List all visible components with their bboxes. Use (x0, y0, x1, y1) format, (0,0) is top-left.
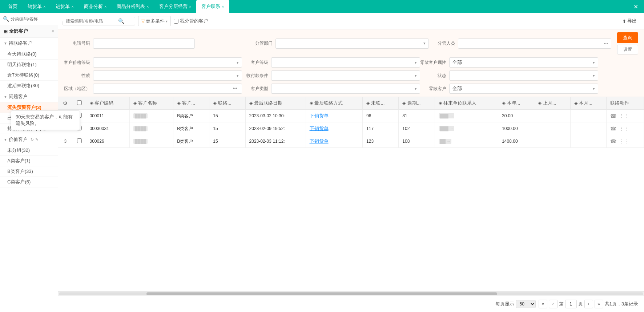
page-number-input[interactable] (565, 300, 577, 308)
nav-sales-order[interactable]: 销货单 × (23, 0, 51, 13)
row3-more-icon[interactable]: ⋮⋮ (619, 138, 629, 144)
col-header-name[interactable]: ◈ 客户名称 (129, 97, 173, 110)
filter-scatter-attr-select[interactable]: 全部 ▾ (449, 57, 598, 68)
col-header-last-month[interactable]: ◈ 上月... (534, 97, 570, 110)
collapse-icon: « (52, 29, 54, 34)
filter-customer-tier-select[interactable]: ▾ (271, 57, 420, 68)
col-header-this-year[interactable]: ◈ 本年... (498, 97, 534, 110)
row1-type: B类客户 (173, 110, 209, 122)
nav-customer-contact[interactable]: 客户联系 × (196, 0, 229, 13)
filter-dept-select[interactable]: ▾ (275, 39, 429, 49)
close-sales-order-icon[interactable]: × (43, 0, 45, 13)
close-purchase-order-icon[interactable]: × (71, 0, 73, 13)
last-page-button[interactable]: » (595, 300, 603, 308)
sidebar-all-customers[interactable]: ⊞ 全部客户 « (0, 25, 58, 38)
close-product-analysis-icon[interactable]: × (104, 0, 106, 13)
refresh-icon[interactable]: ↻ (31, 137, 34, 142)
row1-last-contact-date: 2023-03-02 10:30: (245, 110, 306, 122)
tooltip-churn-warning: 90天未交易的客户，可能有流失风险。 (11, 110, 80, 130)
filter-phone-input[interactable] (93, 39, 195, 49)
nav-home[interactable]: 首页 (3, 0, 23, 13)
col-header-this-month[interactable]: ◈ 本月... (570, 97, 606, 110)
row2-last-contact-method[interactable]: 下销货单 (306, 122, 363, 135)
row1-contact-icon[interactable]: ☎ (610, 113, 616, 119)
filter-status-label: 状态 (420, 73, 446, 79)
col-header-code[interactable]: ◈ 客户编码 (86, 97, 129, 110)
col-header-type[interactable]: ◈ 客户... (173, 97, 209, 110)
sidebar-item-today-pending[interactable]: 今天待联络(0) (0, 49, 58, 60)
filter-payment-select[interactable]: ▾ (271, 70, 420, 81)
filter-region: 区域（地区） ••• (64, 84, 242, 94)
edit-icon[interactable]: ✎ (35, 137, 39, 142)
col-header-overdue[interactable]: ◈ 逾期... (399, 97, 435, 110)
row3-this-month (570, 135, 606, 148)
row1-last-contact-method[interactable]: 下销货单 (306, 110, 363, 122)
filter-price-tier-select[interactable]: ▾ (93, 57, 242, 68)
row3-this-year: 1408.00 (498, 135, 534, 148)
close-customer-tier-icon[interactable]: × (189, 0, 191, 13)
row2-overdue: 102 (399, 122, 435, 135)
filter-region-select[interactable]: ••• (93, 84, 242, 94)
col-header-last-contact-date[interactable]: ◈ 最后联络日期 (245, 97, 306, 110)
close-product-analysis-list-icon[interactable]: × (146, 0, 149, 13)
sidebar-item-class-b[interactable]: B类客户(33) (0, 166, 58, 177)
sidebar-item-class-c[interactable]: C类客户(6) (0, 177, 58, 187)
row3-last-contact-method[interactable]: 下销货单 (306, 135, 363, 148)
filter-region-label: 区域（地区） (64, 86, 90, 92)
filter-nature-select[interactable]: ▾ (93, 70, 242, 81)
export-button[interactable]: ⬆ 导出 (619, 16, 640, 26)
close-customer-contact-icon[interactable]: × (222, 0, 224, 13)
row1-more-icon[interactable]: ⋮⋮ (619, 113, 629, 119)
prev-page-button[interactable]: ‹ (549, 300, 558, 308)
row3-overdue: 108 (399, 135, 435, 148)
col-header-contact-count[interactable]: ◈ 联络... (209, 97, 245, 110)
sidebar-item-unclassified[interactable]: 未分组(32) (0, 145, 58, 156)
row3-code: 000026 (86, 135, 129, 148)
row1-contact-person: ███ ··· (435, 110, 498, 122)
nav-customer-tier[interactable]: 客户分层经营 × (154, 0, 196, 13)
row3-select-checkbox[interactable] (77, 138, 82, 143)
row2-more-icon[interactable]: ⋮⋮ (619, 126, 629, 131)
more-btn[interactable]: ••• (231, 86, 239, 91)
sidebar-group-problem[interactable]: ▼ 问题客户 (0, 91, 58, 102)
toolbar-search-icon[interactable]: 🔍 (118, 18, 124, 24)
first-page-button[interactable]: « (539, 300, 547, 308)
col-header-last-contact-method[interactable]: ◈ 最后联络方式 (306, 97, 363, 110)
nav-purchase-order[interactable]: 进货单 × (51, 0, 79, 13)
sidebar-item-overdue-no-contact[interactable]: 逾期未联络(30) (0, 81, 58, 91)
toolbar-search-input[interactable] (66, 19, 117, 24)
per-page-select[interactable]: 50 100 (516, 300, 536, 308)
row3-checkbox[interactable] (73, 135, 86, 148)
sidebar-item-class-a[interactable]: A类客户(1) (0, 156, 58, 166)
sidebar-item-tomorrow-pending[interactable]: 明天待联络(1) (0, 60, 58, 70)
triangle-icon: ▼ (4, 41, 7, 45)
sidebar-item-7day-pending[interactable]: 近7天待联络(0) (0, 70, 58, 81)
my-customers-checkbox-wrap[interactable]: 我分管的客户 (174, 18, 208, 24)
query-button[interactable]: 查询 (617, 32, 638, 43)
window-close-button[interactable]: ✕ (631, 3, 641, 10)
sidebar-group-value[interactable]: ▼ 价值客户 ↻ ✎ (0, 134, 58, 145)
my-customers-checkbox[interactable] (174, 19, 178, 24)
sidebar-search-input[interactable] (11, 16, 65, 21)
filter-status-select[interactable]: ▾ (449, 70, 598, 81)
filter-scatter-customer-select[interactable]: 全部 ▾ (449, 84, 598, 94)
scrollbar-thumb[interactable] (146, 292, 497, 295)
filter-person-select[interactable]: ••• (458, 39, 611, 49)
col-header-no-contact-days[interactable]: ◈ 未联... (363, 97, 399, 110)
next-page-button[interactable]: › (584, 300, 593, 308)
nav-product-analysis-list[interactable]: 商品分析列表 × (112, 0, 154, 13)
row1-code: 000011 (86, 110, 129, 122)
row3-contact-icon[interactable]: ☎ (610, 138, 616, 144)
row2-contact-icon[interactable]: ☎ (610, 126, 616, 131)
table-settings-button[interactable]: ⚙ (58, 97, 73, 110)
settings-button[interactable]: 设置 (617, 45, 638, 54)
select-all-checkbox[interactable] (77, 100, 82, 105)
more-filter-button[interactable]: ▽ 更多条件 ▾ (138, 16, 171, 26)
chevron-icon-3: ▾ (237, 60, 239, 65)
sidebar-group-pending[interactable]: ▼ 待联络客户 (0, 38, 58, 49)
nav-product-analysis[interactable]: 商品分析 × (79, 0, 112, 13)
horizontal-scrollbar[interactable] (58, 291, 644, 296)
filter-customer-type: 客户类型 ▾ (242, 84, 420, 94)
filter-customer-type-select[interactable]: ▾ (271, 84, 420, 94)
col-header-contact-person[interactable]: ◈ 往来单位联系人 (435, 97, 498, 110)
